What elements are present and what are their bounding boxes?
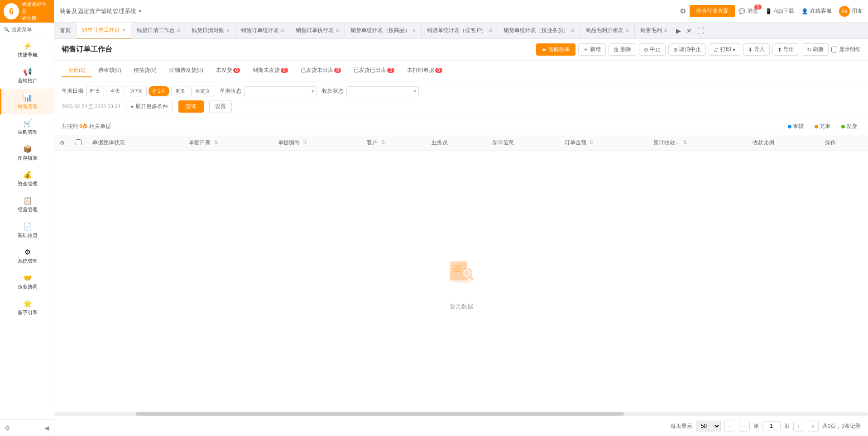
sort-amount-icon[interactable]: ⇅: [589, 139, 594, 146]
filter-tab-all[interactable]: 全部(0): [62, 64, 92, 77]
tab-close-sales-by-customer[interactable]: ✕: [489, 28, 492, 33]
payment-select[interactable]: [346, 86, 419, 96]
dropdown-icon[interactable]: ▾: [139, 9, 141, 14]
message-btn[interactable]: 💬 消息 6: [739, 7, 758, 15]
date-btn-1month[interactable]: 近1月: [149, 86, 169, 96]
tab-sales-by-staff[interactable]: 销货单统计表（按业务员） ✕: [498, 23, 580, 39]
sidebar-item-sales[interactable]: 📊 销售管理: [0, 89, 54, 114]
filter-tab-not-printed[interactable]: 未打印单据0: [401, 64, 449, 77]
tab-close-sales-exec[interactable]: ✕: [336, 28, 339, 33]
unreviewed-dot: [815, 125, 818, 128]
collapse-icon[interactable]: ◀: [44, 424, 49, 431]
pagination: 每页显示 20 50 100 « ‹ 第 页 › » 共0页，0条记录: [54, 416, 868, 436]
tab-home[interactable]: 首页: [54, 23, 77, 39]
filter-tab-pending-inspection[interactable]: 待拣货(0): [127, 64, 163, 77]
tab-sales-exec[interactable]: 销售订单执行表 ✕: [290, 23, 345, 39]
next-page-btn[interactable]: ›: [793, 421, 804, 431]
select-all-checkbox[interactable]: [76, 139, 82, 145]
topbar-settings-icon[interactable]: ⚙: [680, 7, 686, 15]
prev-page-btn[interactable]: ‹: [739, 421, 750, 431]
column-settings-icon[interactable]: ⚙: [60, 140, 65, 146]
horizontal-scrollbar[interactable]: [54, 412, 868, 416]
tab-close-sales-stats[interactable]: ✕: [281, 28, 284, 33]
tab-close-sales-workbench[interactable]: ✕: [122, 28, 125, 33]
tab-close-all-btn[interactable]: ✕: [684, 23, 695, 39]
add-btn[interactable]: ＋ 新增: [578, 43, 606, 56]
tab-sales-stats[interactable]: 销售订单统计表 ✕: [235, 23, 290, 39]
show-detail-input[interactable]: [831, 47, 837, 52]
date-btn-custom[interactable]: 自定义: [191, 86, 214, 96]
tab-close-sales-by-staff[interactable]: ✕: [571, 28, 574, 33]
filter-row-2: 2023-02-24 至 2023-03-24 ▾ 展开更多条件 查询 设置: [62, 100, 861, 113]
scrollbar-thumb[interactable]: [136, 412, 624, 416]
tab-close-margin-analysis[interactable]: ✕: [625, 28, 629, 33]
tab-sales-by-product[interactable]: 销货单统计表（按商品） ✕: [345, 23, 422, 39]
page-title: 销售订单工作台: [62, 45, 112, 54]
tab-close-sales-more[interactable]: ✕: [664, 28, 667, 33]
sort-collected-icon[interactable]: ⇅: [683, 139, 687, 146]
tab-close-cash-goods-reconcile[interactable]: ✕: [226, 28, 230, 33]
tab-margin-analysis[interactable]: 商品毛利分析表 ✕: [580, 23, 635, 39]
sidebar-item-inventory[interactable]: 📦 库存核算: [0, 140, 54, 166]
tab-sales-by-customer[interactable]: 销货单统计表（按客户） ✕: [422, 23, 498, 39]
filter-tab-shipped-out[interactable]: 已发货已出库0: [347, 64, 401, 77]
filter-tab-not-shipped[interactable]: 未发货0: [210, 64, 247, 77]
sort-customer-icon[interactable]: ⇅: [381, 139, 385, 146]
tab-sales-more[interactable]: 销售毛利 ✕: [635, 23, 673, 39]
tab-cash-goods-reconcile[interactable]: 钱货日清对账 ✕: [186, 23, 235, 39]
print-btn[interactable]: 🖨 打印 ▾: [709, 43, 740, 56]
sidebar-item-quick-nav[interactable]: ⚡ 快捷导航: [0, 37, 54, 63]
settings-icon[interactable]: ⚙: [5, 424, 10, 431]
date-btn-today[interactable]: 今天: [106, 86, 124, 96]
expand-conditions-btn[interactable]: ▾ 展开更多条件: [126, 101, 173, 112]
filter-row-1: 单据日期 昨天 今天 近7天 近1月 更多 自定义 单据状态: [62, 86, 861, 96]
status-select[interactable]: [244, 86, 317, 96]
stop-btn[interactable]: ⊖ 中止: [639, 43, 666, 56]
industry-btn[interactable]: 体验行业方案: [690, 5, 735, 17]
tab-cash-clearance[interactable]: 钱货日清工作台 ✕: [131, 23, 186, 39]
set-btn[interactable]: 设置: [209, 100, 232, 113]
import-btn[interactable]: ⬇ 导入: [743, 43, 770, 56]
filter-tab-shipped-not-out[interactable]: 已发货未出库0: [294, 64, 348, 77]
review-action-btn[interactable]: 审核: [784, 122, 807, 131]
sort-number-icon[interactable]: ⇅: [302, 139, 307, 146]
handshake-icon: 🤝: [23, 274, 32, 282]
date-btn-more[interactable]: 更多: [171, 86, 189, 96]
export-btn[interactable]: ⬆ 导出: [772, 43, 799, 56]
last-page-btn[interactable]: »: [808, 421, 819, 431]
sidebar-item-marketing[interactable]: 📢 营销推广: [0, 63, 54, 89]
smart-btn[interactable]: ★ 智能生单: [536, 43, 575, 56]
query-btn[interactable]: 查询: [178, 100, 204, 113]
filter-tab-pending-review[interactable]: 待审核(0): [92, 64, 128, 77]
sidebar-item-purchase[interactable]: 🛒 采购管理: [0, 114, 54, 140]
user-btn[interactable]: Ea 用友: [839, 6, 863, 17]
date-btn-7days[interactable]: 近7天: [126, 86, 147, 96]
tab-close-sales-by-product[interactable]: ✕: [412, 28, 416, 33]
online-service-btn[interactable]: 👤 在线客服: [801, 7, 832, 15]
page-input[interactable]: [762, 421, 781, 431]
sidebar-item-basic-info[interactable]: 📄 基础信息: [0, 218, 54, 243]
date-btn-yesterday[interactable]: 昨天: [86, 86, 104, 96]
sidebar-item-guide[interactable]: 🌟 新手引导: [0, 295, 54, 321]
first-page-btn[interactable]: «: [724, 421, 735, 431]
sidebar-search[interactable]: 🔍 搜索菜单: [0, 23, 54, 37]
app-download-btn[interactable]: 📱 App下载: [765, 7, 794, 15]
ship-action-btn[interactable]: 发货: [838, 122, 861, 131]
delete-btn[interactable]: 🗑 删除: [609, 43, 636, 56]
unreviewed-action-btn[interactable]: 充审: [811, 122, 834, 131]
show-detail-checkbox[interactable]: 显示明细: [831, 46, 861, 53]
cancel-stop-btn[interactable]: ⊕ 取消中止: [668, 43, 706, 56]
sidebar-item-cooperation[interactable]: 🤝 企业协同: [0, 269, 54, 295]
sidebar-item-system[interactable]: ⚙ 系统管理: [0, 243, 54, 269]
sort-date-icon[interactable]: ⇅: [214, 139, 218, 146]
per-page-select[interactable]: 20 50 100: [696, 421, 721, 431]
filter-tab-expired-not-shipped[interactable]: 到期未发货0: [246, 64, 294, 77]
tab-sales-workbench[interactable]: 销售订单工作台 ✕: [77, 23, 131, 39]
tab-more-btn[interactable]: ▶: [673, 23, 684, 39]
sidebar-item-operations[interactable]: 📋 经营管理: [0, 192, 54, 218]
filter-tab-wangpu-pending[interactable]: 旺铺待发货(0): [163, 64, 210, 77]
sidebar-item-finance[interactable]: 💰 资金管理: [0, 166, 54, 192]
tab-close-cash-clearance[interactable]: ✕: [177, 28, 180, 33]
refresh-btn[interactable]: ↻ 刷新: [802, 43, 829, 56]
tab-fullscreen-btn[interactable]: ⛶: [695, 23, 706, 39]
